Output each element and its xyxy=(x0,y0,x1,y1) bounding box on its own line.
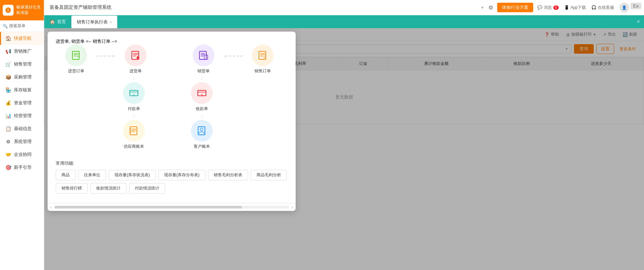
supplier-ledger-circle xyxy=(123,120,145,142)
flow-item-sales-bill[interactable]: 销货单 xyxy=(183,44,224,74)
purchase-icon: 📦 xyxy=(5,74,11,80)
sidebar-search[interactable]: 🔍 搜索菜单 xyxy=(0,20,44,32)
sidebar-item-quick-nav[interactable]: 🏠 快捷导航 xyxy=(0,32,44,45)
scrollbar-left-arrow[interactable]: ‹ xyxy=(50,205,52,210)
quick-nav-icon: 🏠 xyxy=(5,35,11,41)
purchase-bill-label: 进货单 xyxy=(129,68,142,74)
func-btn-sales-rank[interactable]: 销售排行榜 xyxy=(56,183,88,194)
modal-overlay[interactable]: 进货单, 销货单 <-- 销售订单 --> 进货订单 xyxy=(44,28,644,270)
system-title: 装备及固定资产辅助管理系统 xyxy=(50,4,477,11)
sidebar-item-label: 系统管理 xyxy=(14,139,32,145)
func-buttons-row1: 商品 往来单位 现存量(库存状况表) 现存量(库存分布表) 销售毛利分析表 商品… xyxy=(56,170,288,180)
message-icon: 💬 xyxy=(537,5,542,10)
top-header: 装备及固定资产辅助管理系统 ▼ ⚙ 体验行业方案 💬 消息 5 📱 App下载 … xyxy=(44,0,644,15)
supplier-ledger-label: 供应商账本 xyxy=(124,144,144,149)
sidebar-item-operation[interactable]: 📊 经营管理 xyxy=(0,109,44,122)
func-btn-goods-gross[interactable]: 商品毛利分析 xyxy=(251,170,287,180)
sidebar-item-enterprise[interactable]: 🤝 企业协同 xyxy=(0,148,44,161)
system-icon: ⚙ xyxy=(5,139,11,145)
svg-rect-28 xyxy=(130,127,137,135)
sidebar-item-purchase[interactable]: 📦 采购管理 xyxy=(0,71,44,84)
tab-home-label: 首页 xyxy=(57,19,66,25)
modal-box: 进货单, 销货单 <-- 销售订单 --> 进货订单 xyxy=(48,32,296,211)
sidebar-item-basic-info[interactable]: 📋 基础信息 xyxy=(0,122,44,135)
common-functions: 常用功能 商品 往来单位 现存量(库存状况表) 现存量(库存分布表) 销售毛利分… xyxy=(56,160,288,194)
sidebar-item-label: 库存核算 xyxy=(14,87,32,93)
search-icon: 🔍 xyxy=(3,24,8,29)
guide-icon: 🎯 xyxy=(5,164,11,170)
purchase-order-circle xyxy=(65,44,87,66)
purchase-order-label: 进货订单 xyxy=(68,68,84,74)
customer-ledger-circle xyxy=(191,120,213,142)
operation-icon: 📊 xyxy=(5,113,11,119)
payment-label: 付款单 xyxy=(128,106,140,112)
func-btn-goods[interactable]: 商品 xyxy=(56,170,75,180)
download-icon: 📱 xyxy=(564,5,569,10)
svg-point-34 xyxy=(200,128,203,131)
flow-item-customer-ledger[interactable]: 客户账本 xyxy=(181,120,222,149)
header-right: 💬 消息 5 📱 App下载 🎧 在线客服 👤 用户 Ea xyxy=(537,3,639,12)
sidebar-item-label: 经营管理 xyxy=(14,113,32,119)
settings-gear-icon[interactable]: ⚙ xyxy=(488,4,493,11)
customer-ledger-label: 客户账本 xyxy=(194,144,210,149)
flow-diagram: 进货订单 › ✓ xyxy=(56,44,288,155)
purchase-bill-circle: ✓ xyxy=(125,44,146,66)
online-service-label: 在线客服 xyxy=(598,5,614,11)
sidebar-item-guide[interactable]: 🎯 新手引导 xyxy=(0,161,44,174)
sidebar-item-finance[interactable]: 💰 资金管理 xyxy=(0,96,44,109)
inventory-icon: 🏪 xyxy=(5,87,11,93)
sidebar-item-label: 资金管理 xyxy=(14,100,32,106)
tab-close-icon[interactable]: × xyxy=(110,20,112,24)
flow-item-purchase-order[interactable]: 进货订单 xyxy=(56,44,97,74)
tab-home[interactable]: 🏠 首页 xyxy=(44,15,71,28)
func-btn-payment-stats[interactable]: 付款情况统计 xyxy=(129,183,165,194)
sidebar-item-label: 企业协同 xyxy=(14,151,32,158)
dropdown-arrow-icon: ▼ xyxy=(481,6,484,10)
func-btn-counterparty[interactable]: 往来单位 xyxy=(78,170,106,180)
finance-icon: 💰 xyxy=(5,100,11,106)
receipt-circle: ¥ xyxy=(191,82,213,104)
ea-badge: Ea xyxy=(630,3,641,9)
sidebar-item-sales[interactable]: 🛒 销售管理 xyxy=(0,58,44,71)
sidebar-nav: 🏠 快捷导航 📢 营销推广 🛒 销售管理 📦 采购管理 🏪 库存核算 💰 xyxy=(0,32,44,270)
sales-order-label: 销售订单 xyxy=(255,68,271,74)
func-btn-stock-dist[interactable]: 现存量(库存分布表) xyxy=(158,170,205,180)
sidebar-item-inventory[interactable]: 🏪 库存核算 xyxy=(0,84,44,96)
tab-bar-close-icon[interactable]: × xyxy=(637,19,640,25)
tab-sales-order[interactable]: 销售订单执行表 × xyxy=(71,16,117,29)
common-functions-title: 常用功能 xyxy=(56,160,288,166)
flow-item-purchase-bill[interactable]: ✓ 进货单 xyxy=(115,44,156,74)
func-buttons-row2: 销售排行榜 收款情况统计 付款情况统计 xyxy=(56,183,288,194)
scrollbar-right-arrow[interactable]: › xyxy=(292,205,293,210)
func-btn-gross-analysis[interactable]: 销售毛利分析表 xyxy=(208,170,248,180)
marketing-icon: 📢 xyxy=(5,48,11,54)
sidebar-item-system[interactable]: ⚙ 系统管理 xyxy=(0,135,44,148)
flow-item-receipt[interactable]: ¥ 收款单 xyxy=(181,82,222,112)
flow-item-payment[interactable]: ¥ 付款单 xyxy=(114,82,154,112)
svg-text:✓: ✓ xyxy=(137,57,139,59)
tab-sales-order-label: 销售订单执行表 xyxy=(77,19,108,25)
online-service-btn[interactable]: 🎧 在线客服 xyxy=(591,5,614,11)
app-logo: 6 畅康通好生意 标准版 xyxy=(0,0,44,20)
search-label: 搜索菜单 xyxy=(9,23,25,29)
flow-item-supplier-ledger[interactable]: 供应商账本 xyxy=(114,120,154,149)
svg-rect-21 xyxy=(263,56,266,59)
svg-rect-29 xyxy=(129,128,131,134)
experience-btn[interactable]: 体验行业方案 xyxy=(497,3,533,12)
scrollbar-thumb xyxy=(54,206,242,209)
message-btn[interactable]: 💬 消息 5 xyxy=(537,5,559,11)
payment-circle: ¥ xyxy=(123,82,145,104)
modal-scrollbar: ‹ › xyxy=(48,203,296,211)
svg-text:¥: ¥ xyxy=(133,93,135,96)
func-btn-stock-status[interactable]: 现存量(库存状况表) xyxy=(109,170,156,180)
svg-rect-12 xyxy=(199,51,206,59)
sidebar-item-label: 销售管理 xyxy=(14,61,32,67)
sales-bill-circle xyxy=(193,44,214,66)
app-download-btn[interactable]: 📱 App下载 xyxy=(564,5,586,11)
flow-item-sales-order[interactable]: 销售订单 xyxy=(242,44,283,74)
enterprise-icon: 🤝 xyxy=(5,151,11,158)
basic-info-icon: 📋 xyxy=(5,126,11,132)
func-btn-receipt-stats[interactable]: 收款情况统计 xyxy=(90,183,126,194)
scrollbar-track[interactable] xyxy=(54,206,289,209)
sidebar-item-marketing[interactable]: 📢 营销推广 xyxy=(0,45,44,58)
